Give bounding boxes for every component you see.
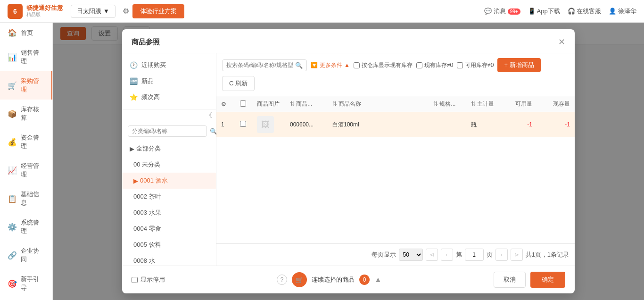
- modal-footer: 显示停用 ? 🛒 连续选择的商品 0 ▲ 取消 确定: [122, 266, 575, 293]
- modal-body: 🕐 近期购买 🆕 新品 ⭐ 频次高 《: [122, 53, 575, 266]
- gear-icon[interactable]: ⚙: [119, 5, 132, 18]
- help-icon[interactable]: ?: [277, 275, 287, 285]
- add-product-btn[interactable]: + 新增商品: [497, 58, 540, 72]
- checkbox-stock-nonzero-label: 现有库存≠0: [424, 61, 453, 69]
- checkbox-stock-nonzero[interactable]: 现有库存≠0: [416, 61, 453, 69]
- refresh-table-btn[interactable]: C 刷新: [222, 76, 255, 91]
- continuous-label: 连续选择的商品: [312, 275, 355, 284]
- tab-frequent[interactable]: ⭐ 频次高: [122, 89, 216, 105]
- sidebar-label-finance: 资金管理: [21, 133, 45, 150]
- checkbox-stock-nonzero-input[interactable]: [416, 62, 422, 68]
- checkbox-avail-nonzero[interactable]: 可用库存≠0: [457, 61, 494, 69]
- th-checkbox[interactable]: [235, 96, 252, 112]
- row-unit: 瓶: [466, 112, 499, 137]
- cat-tea[interactable]: 0002 茶叶: [122, 189, 216, 205]
- th-spec[interactable]: ⇅ 规格...: [429, 96, 466, 112]
- cat-drinks[interactable]: 0005 饮料: [122, 237, 216, 253]
- row-checkbox[interactable]: [240, 121, 246, 127]
- sidebar-item-business[interactable]: 📈经营管理: [0, 156, 52, 184]
- pagination: 每页显示 50 20 100 ⊲ ‹ 第 页 › ⊳ 共1页，1条记录: [216, 243, 575, 266]
- sidebar-item-basic[interactable]: 📋基础信息: [0, 184, 52, 213]
- trial-btn[interactable]: 体验行业方案: [132, 4, 184, 18]
- logo-icon: 6: [8, 4, 23, 19]
- checkbox-warehouse-label: 按仓库显示现有库存: [362, 61, 413, 69]
- cat-label-all: 全部分类: [136, 144, 161, 153]
- tab-recent[interactable]: 🕐 近期购买: [122, 57, 216, 73]
- row-spec: [429, 112, 466, 137]
- row-check[interactable]: [235, 112, 252, 137]
- th-code[interactable]: ⇅ 商品...: [285, 96, 328, 112]
- modal-header: 商品参照 ✕: [122, 29, 575, 53]
- sidebar-item-inventory[interactable]: 📦库存核算: [0, 100, 52, 128]
- checkbox-warehouse-input[interactable]: [354, 62, 360, 68]
- sidebar-item-purchase[interactable]: 🛒采购管理: [0, 71, 52, 100]
- page-input[interactable]: [465, 249, 484, 261]
- filter-btn[interactable]: 🔽 更多条件 ▲: [311, 61, 350, 69]
- sidebar-label-collab: 企业协同: [21, 247, 45, 264]
- cat-alcohol[interactable]: ▶ 0001 酒水: [122, 173, 216, 189]
- product-search-input[interactable]: [226, 62, 293, 68]
- collapse-footer-icon[interactable]: ▲: [374, 275, 382, 284]
- tab-new[interactable]: 🆕 新品: [122, 73, 216, 89]
- tab-new-label: 新品: [141, 77, 154, 85]
- checkbox-avail-nonzero-input[interactable]: [457, 62, 463, 68]
- sidebar: 🏠首页 📊销售管理 🛒采购管理 📦库存核算 💰资金管理 📈经营管理 📋基础信息 …: [0, 23, 53, 300]
- sidebar-label-purchase: 采购管理: [21, 77, 44, 94]
- checkbox-warehouse[interactable]: 按仓库显示现有库存: [354, 61, 413, 69]
- per-page-select[interactable]: 50 20 100: [399, 249, 423, 261]
- confirm-btn[interactable]: 确定: [530, 272, 565, 288]
- sidebar-item-home[interactable]: 🏠首页: [0, 23, 52, 43]
- user-avatar[interactable]: 👤 徐泽华: [609, 7, 636, 16]
- sidebar-label-business: 经营管理: [21, 162, 45, 179]
- footer-right: 取消 确定: [494, 272, 565, 288]
- sidebar-item-system[interactable]: ⚙️系统管理: [0, 213, 52, 241]
- th-unit[interactable]: ⇅ 主计量: [466, 96, 499, 112]
- collapse-btn[interactable]: 《: [206, 111, 212, 120]
- sidebar-item-guide[interactable]: 🎯新手引导: [0, 269, 52, 298]
- logo-area: 6 畅捷通好生意 精品版: [8, 4, 63, 19]
- page-next-btn[interactable]: ›: [495, 249, 508, 261]
- checkbox-avail-nonzero-label: 可用库存≠0: [465, 61, 494, 69]
- modal-close-button[interactable]: ✕: [558, 37, 565, 47]
- th-img: 商品图片: [252, 96, 285, 112]
- nav-selector[interactable]: 日太阳膜 ▼: [71, 5, 116, 18]
- cancel-btn[interactable]: 取消: [494, 272, 526, 288]
- search-magnifier-icon[interactable]: 🔍: [295, 62, 303, 69]
- page-first-btn[interactable]: ⊲: [426, 249, 438, 261]
- cat-water[interactable]: 0008 水: [122, 253, 216, 266]
- th-avail: 可用量: [499, 96, 537, 112]
- cat-search-input[interactable]: [128, 125, 207, 137]
- cat-unclassified[interactable]: 00 未分类: [122, 157, 216, 173]
- product-image: 🖼: [257, 116, 274, 133]
- show-disabled-input[interactable]: [132, 277, 138, 283]
- cat-all[interactable]: ▶ 全部分类: [122, 141, 216, 157]
- cat-fruit[interactable]: 0003 水果: [122, 205, 216, 221]
- th-name[interactable]: ⇅ 商品名称: [328, 96, 429, 112]
- inventory-icon: 📦: [8, 109, 17, 118]
- message-icon[interactable]: 💬 消息 99+: [484, 7, 520, 16]
- sidebar-item-finance[interactable]: 💰资金管理: [0, 128, 52, 156]
- cat-snacks[interactable]: 0004 零食: [122, 221, 216, 237]
- sidebar-item-appcenter[interactable]: 📱应用中心: [0, 298, 52, 300]
- sidebar-label-home: 首页: [21, 29, 33, 37]
- online-service-link[interactable]: 🎧 在线客服: [568, 7, 602, 16]
- table-body: 1 🖼 000600... 白酒100ml 瓶 -1: [216, 112, 575, 137]
- cart-icon[interactable]: 🛒: [292, 272, 307, 287]
- sidebar-item-collab[interactable]: 🔗企业协同: [0, 241, 52, 269]
- left-panel: 🕐 近期购买 🆕 新品 ⭐ 频次高 《: [122, 53, 216, 266]
- app-download-link[interactable]: 📱 App下载: [528, 7, 560, 16]
- sort-name-icon: ⇅: [332, 100, 337, 107]
- select-all-checkbox[interactable]: [240, 100, 246, 107]
- collab-icon: 🔗: [8, 251, 17, 260]
- table-row[interactable]: 1 🖼 000600... 白酒100ml 瓶 -1: [216, 112, 575, 137]
- sort-spec-icon: ⇅: [433, 100, 438, 107]
- total-info: 共1页，1条记录: [526, 250, 569, 259]
- sort-icon: ⇅: [290, 100, 295, 107]
- table-toolbar: 🔍 🔽 更多条件 ▲ 按仓库显示现有库存: [216, 53, 575, 96]
- product-table-wrap: ⚙ 商品图片 ⇅ 商品... ⇅ 商品名称: [216, 96, 575, 243]
- th-settings[interactable]: ⚙: [216, 96, 235, 112]
- show-disabled-checkbox[interactable]: 显示停用: [132, 275, 165, 284]
- page-prev-btn[interactable]: ‹: [441, 249, 453, 261]
- sidebar-item-sales[interactable]: 📊销售管理: [0, 43, 52, 71]
- page-last-btn[interactable]: ⊳: [511, 249, 523, 261]
